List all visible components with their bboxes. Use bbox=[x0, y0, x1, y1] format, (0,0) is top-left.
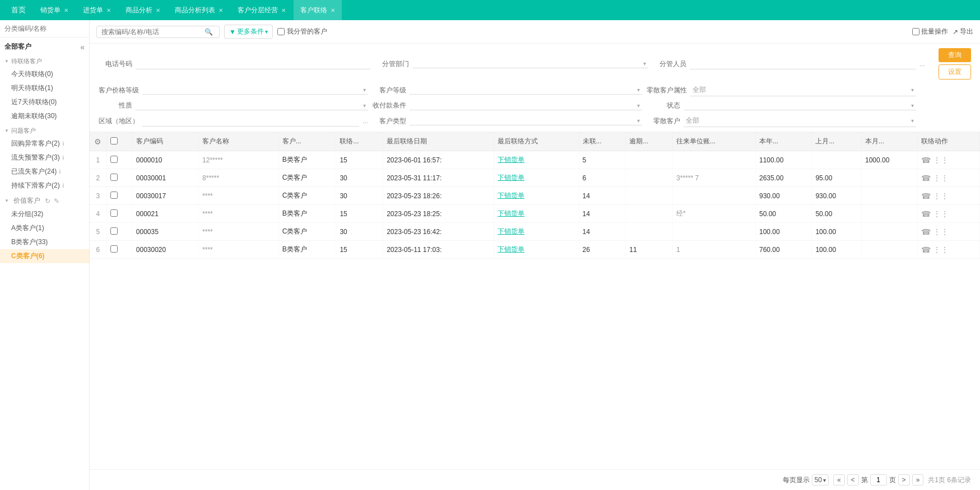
nav-sales-order[interactable]: 销货单 ✕ bbox=[34, 0, 75, 20]
filter-phone-input[interactable] bbox=[136, 59, 371, 69]
filter-price-grade-select[interactable]: ▾ bbox=[142, 86, 368, 95]
sidebar-item-overdue[interactable]: 逾期未联络(30) bbox=[0, 109, 89, 123]
batch-op-btn[interactable]: 批量操作 bbox=[912, 27, 948, 36]
table-row: 2 00030001 8***** C类客户 30 2023-05-31 11:… bbox=[90, 169, 980, 187]
nav-customer-contact[interactable]: 客户联络 ✕ bbox=[294, 0, 342, 20]
export-btn[interactable]: ↗ 导出 bbox=[953, 27, 973, 36]
cell-code: 000021 bbox=[132, 205, 198, 223]
my-customers-check[interactable] bbox=[277, 28, 285, 35]
refresh-icon[interactable]: ↻ bbox=[45, 197, 50, 205]
contact-icon[interactable]: ☎ bbox=[921, 227, 931, 236]
cell-last-contact-method[interactable]: 下销货单 bbox=[494, 187, 579, 205]
close-sales-order-icon[interactable]: ✕ bbox=[64, 7, 68, 13]
cell-no-contact: 14 bbox=[579, 187, 626, 205]
filter-retail-customer-select[interactable]: 全部 ▾ bbox=[684, 115, 916, 127]
cell-last-month: 930.00 bbox=[812, 187, 862, 205]
nav-home[interactable]: 首页 bbox=[4, 0, 32, 20]
batch-op-check[interactable] bbox=[912, 28, 919, 35]
filter-nature-select[interactable]: ▾ bbox=[136, 101, 368, 110]
filter-dept-select[interactable]: ▾ bbox=[412, 59, 648, 68]
cell-last-contact-method[interactable]: 下销货单 bbox=[494, 151, 579, 169]
row-checkbox[interactable] bbox=[110, 174, 118, 181]
more-action-icon[interactable]: ⋮⋮ bbox=[933, 174, 949, 183]
next-page-btn[interactable]: > bbox=[898, 474, 910, 486]
more-action-icon[interactable]: ⋮⋮ bbox=[933, 227, 949, 236]
search-input[interactable] bbox=[101, 28, 202, 36]
sidebar-item-churned[interactable]: 已流失客户(24) ℹ bbox=[0, 165, 89, 179]
th-checkbox bbox=[106, 132, 132, 151]
contact-icon[interactable]: ☎ bbox=[921, 245, 931, 254]
more-conditions-btn[interactable]: ▼ 更多条件 ▾ bbox=[224, 25, 273, 39]
last-page-btn[interactable]: » bbox=[912, 474, 924, 486]
close-customer-contact-icon[interactable]: ✕ bbox=[331, 7, 335, 13]
first-page-btn[interactable]: « bbox=[833, 474, 845, 486]
filter-region-input[interactable] bbox=[142, 116, 359, 127]
close-product-analysis-icon[interactable]: ✕ bbox=[156, 7, 160, 13]
sidebar-item-a-class[interactable]: A类客户(1) bbox=[0, 221, 89, 235]
more-action-icon[interactable]: ⋮⋮ bbox=[933, 245, 949, 254]
contact-icon[interactable]: ☎ bbox=[921, 209, 931, 218]
row-checkbox[interactable] bbox=[110, 192, 118, 199]
more-action-icon[interactable]: ⋮⋮ bbox=[933, 209, 949, 218]
table-settings-icon[interactable]: ⚙ bbox=[94, 137, 101, 146]
filter-retail-attr-select[interactable]: 全部 ▾ bbox=[690, 84, 916, 96]
th-customer-type: 客户... bbox=[278, 132, 336, 151]
contact-icon[interactable]: ☎ bbox=[921, 156, 931, 165]
manager-more-btn[interactable]: ... bbox=[919, 60, 925, 68]
collapse-icon[interactable]: « bbox=[80, 43, 85, 52]
nav-product-analysis-list[interactable]: 商品分析列表 ✕ bbox=[168, 0, 230, 20]
sidebar-item-declining[interactable]: 持续下滑客户(2) ℹ bbox=[0, 179, 89, 193]
cell-year-amount: 50.00 bbox=[755, 205, 811, 223]
cell-last-contact-method[interactable]: 下销货单 bbox=[494, 205, 579, 223]
sidebar-group-problem[interactable]: 问题客户 bbox=[0, 123, 89, 137]
row-checkbox[interactable] bbox=[110, 227, 118, 235]
cell-this-month bbox=[861, 169, 917, 187]
contact-icon[interactable]: ☎ bbox=[921, 192, 931, 200]
close-purchase-order-icon[interactable]: ✕ bbox=[106, 7, 111, 13]
sidebar-group-pending[interactable]: 待联络客户 bbox=[0, 54, 89, 67]
sidebar-item-today[interactable]: 今天待联络(0) bbox=[0, 67, 89, 81]
more-action-icon[interactable]: ⋮⋮ bbox=[933, 156, 949, 165]
filter-customer-grade-select[interactable]: ▾ bbox=[410, 86, 642, 95]
close-customer-segmentation-icon[interactable]: ✕ bbox=[281, 7, 286, 13]
cell-last-contact-method[interactable]: 下销货单 bbox=[494, 241, 579, 259]
settings-btn[interactable]: 设置 bbox=[939, 64, 971, 80]
nav-product-analysis[interactable]: 商品分析 ✕ bbox=[119, 0, 167, 20]
filter-payment-select[interactable]: ▾ bbox=[410, 101, 642, 110]
search-icon[interactable]: 🔍 bbox=[205, 28, 213, 36]
sidebar-item-abnormal[interactable]: 回购异常客户(2) ℹ bbox=[0, 137, 89, 151]
contact-icon[interactable]: ☎ bbox=[921, 174, 931, 183]
sidebar-item-tomorrow[interactable]: 明天待联络(1) bbox=[0, 81, 89, 95]
nav-purchase-order[interactable]: 进货单 ✕ bbox=[76, 0, 118, 20]
region-more-btn[interactable]: ... bbox=[363, 117, 368, 125]
info-icon-4: ℹ bbox=[62, 183, 64, 189]
prev-page-btn[interactable]: < bbox=[847, 474, 859, 486]
sidebar-item-churn-warning[interactable]: 流失预警客户(3) ℹ bbox=[0, 151, 89, 165]
sidebar-item-c-class[interactable]: C类客户(6) bbox=[0, 249, 89, 263]
filter-customer-type-select[interactable]: ▾ bbox=[410, 116, 642, 125]
row-checkbox[interactable] bbox=[110, 209, 118, 217]
cell-contact: 30 bbox=[336, 223, 383, 241]
sidebar-item-ungrouped[interactable]: 未分组(32) bbox=[0, 207, 89, 221]
more-action-icon[interactable]: ⋮⋮ bbox=[933, 192, 949, 200]
edit-icon[interactable]: ✎ bbox=[54, 197, 59, 205]
sidebar-search-input[interactable] bbox=[4, 25, 89, 32]
query-btn[interactable]: 查询 bbox=[939, 48, 971, 62]
page-number-input[interactable] bbox=[870, 474, 887, 486]
cell-last-contact-method[interactable]: 下销货单 bbox=[494, 223, 579, 241]
nav-customer-segmentation[interactable]: 客户分层经营 ✕ bbox=[231, 0, 292, 20]
th-settings[interactable]: ⚙ bbox=[90, 132, 106, 151]
filter-status-select[interactable]: ▾ bbox=[684, 101, 916, 110]
row-checkbox[interactable] bbox=[110, 245, 118, 253]
row-checkbox[interactable] bbox=[110, 156, 118, 163]
sidebar-item-7days[interactable]: 近7天待联络(0) bbox=[0, 95, 89, 109]
sidebar-item-b-class[interactable]: B类客户(33) bbox=[0, 235, 89, 249]
cell-last-contact-method[interactable]: 下销货单 bbox=[494, 169, 579, 187]
select-all-checkbox[interactable] bbox=[110, 137, 118, 144]
th-contact-cycle: 联络... bbox=[336, 132, 383, 151]
filter-manager-input[interactable] bbox=[690, 59, 916, 69]
cell-name: **** bbox=[199, 205, 279, 223]
close-product-analysis-list-icon[interactable]: ✕ bbox=[219, 7, 223, 13]
page-size-box[interactable]: 50 ▾ bbox=[812, 474, 829, 486]
all-customers-header[interactable]: 全部客户 « bbox=[0, 38, 89, 54]
